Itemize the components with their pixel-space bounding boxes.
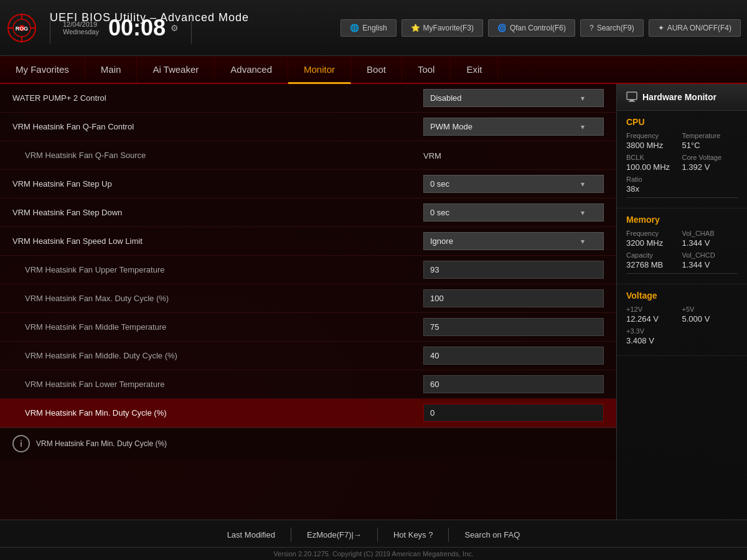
cpu-ratio-value: 38x [626, 184, 738, 194]
header-buttons: 🌐 English ⭐ MyFavorite(F3) 🌀 Qfan Contro… [341, 19, 741, 37]
aura-button[interactable]: ✦ AURA ON/OFF(F4) [649, 19, 741, 37]
mem-cap-row: Capacity 32768 MB Vol_CHCD 1.344 V [626, 251, 738, 269]
footer-buttons: Last Modified EzMode(F7)|→ Hot Keys ? Se… [0, 523, 747, 548]
setting-label: VRM Heatsink Fan Middle. Duty Cycle (%) [12, 351, 423, 360]
water-pump-dropdown[interactable]: Disabled [423, 89, 604, 107]
setting-value: 0 [423, 404, 604, 422]
volt-12-value: 12.264 V [626, 314, 682, 324]
logo-area: ROG [6, 12, 37, 44]
ezmode-label: EzMode(F7)|→ [307, 530, 362, 539]
search-button[interactable]: ? Search(F9) [580, 19, 644, 37]
min-duty-input[interactable]: 0 [423, 404, 604, 422]
qfan-control-value: PWM Mode [430, 122, 472, 131]
cpu-temp-col: Temperature 51°C [682, 132, 738, 150]
cpu-ratio-col: Ratio 38x [626, 175, 738, 194]
svg-rect-4 [627, 92, 637, 100]
cpu-freq-row: Frequency 3800 MHz Temperature 51°C [626, 132, 738, 150]
lower-temp-input[interactable]: 60 [423, 375, 604, 393]
setting-value: 93 [423, 261, 604, 279]
version-text: Version 2.20.1275. Copyright (C) 2019 Am… [0, 548, 747, 558]
nav-my-favorites[interactable]: My Favorites [0, 56, 85, 83]
volt-5-col: +5V 5.000 V [682, 306, 738, 324]
hotkeys-button[interactable]: Hot Keys ? [378, 528, 449, 542]
mem-volchcd-label: Vol_CHCD [682, 251, 738, 259]
table-row: VRM Heatsink Fan Q-Fan Source VRM [0, 141, 616, 170]
setting-label: WATER PUMP+ 2 Control [12, 93, 423, 103]
step-up-dropdown[interactable]: 0 sec [423, 175, 604, 193]
cpu-bclk-value: 100.00 MHz [626, 162, 682, 172]
aura-icon: ✦ [658, 24, 664, 32]
cpu-freq-col: Frequency 3800 MHz [626, 132, 682, 150]
setting-label: VRM Heatsink Fan Step Down [12, 208, 423, 217]
nav-tool[interactable]: Tool [402, 56, 451, 83]
mem-cap-col: Capacity 32768 MB [626, 251, 682, 269]
setting-label: VRM Heatsink Fan Q-Fan Control [12, 122, 423, 131]
volt-12-col: +12V 12.264 V [626, 306, 682, 324]
setting-value: PWM Mode [423, 118, 604, 136]
table-row: VRM Heatsink Fan Step Down 0 sec [0, 198, 616, 227]
cpu-ratio-row: Ratio 38x [626, 175, 738, 194]
memory-section: Memory Frequency 3200 MHz Vol_CHAB 1.344… [617, 208, 747, 284]
volt-5-value: 5.000 V [682, 314, 738, 324]
nav-main[interactable]: Main [85, 56, 138, 83]
table-row: VRM Heatsink Fan Q-Fan Control PWM Mode [0, 113, 616, 141]
cpu-temp-label: Temperature [682, 132, 738, 139]
setting-value: 40 [423, 347, 604, 365]
search-faq-button[interactable]: Search on FAQ [449, 528, 535, 542]
cpu-corevolt-col: Core Voltage 1.392 V [682, 154, 738, 172]
step-down-dropdown[interactable]: 0 sec [423, 203, 604, 222]
fan-icon: 🌀 [497, 24, 507, 32]
middle-temp-input[interactable]: 75 [423, 318, 604, 336]
main-panel: WATER PUMP+ 2 Control Disabled VRM Heats… [0, 84, 616, 520]
hotkeys-label: Hot Keys ? [393, 530, 433, 539]
setting-label: VRM Heatsink Fan Q-Fan Source [12, 151, 423, 160]
volt-12-label: +12V [626, 306, 682, 313]
cpu-section-title: CPU [626, 117, 738, 127]
content-area: WATER PUMP+ 2 Control Disabled VRM Heats… [0, 84, 747, 520]
svg-rect-5 [630, 100, 634, 101]
cpu-section: CPU Frequency 3800 MHz Temperature 51°C … [617, 111, 747, 208]
cpu-freq-label: Frequency [626, 132, 682, 139]
mem-freq-value: 3200 MHz [626, 238, 682, 248]
volt-5-label: +5V [682, 306, 738, 313]
nav-monitor[interactable]: Monitor [288, 56, 351, 84]
svg-rect-6 [629, 101, 635, 102]
setting-label: VRM Heatsink Fan Max. Duty Cycle (%) [12, 294, 423, 303]
mem-volchab-label: Vol_CHAB [682, 230, 738, 237]
middle-duty-input[interactable]: 40 [423, 347, 604, 365]
cpu-corevolt-label: Core Voltage [682, 154, 738, 161]
nav-advanced[interactable]: Advanced [215, 56, 288, 83]
nav-ai-tweaker[interactable]: Ai Tweaker [137, 56, 215, 83]
cpu-freq-value: 3800 MHz [626, 141, 682, 150]
max-duty-input[interactable]: 100 [423, 289, 604, 307]
language-button[interactable]: 🌐 English [341, 19, 396, 37]
ezmode-button[interactable]: EzMode(F7)|→ [291, 528, 378, 542]
myfavorite-button[interactable]: ⭐ MyFavorite(F3) [402, 19, 483, 37]
memory-section-title: Memory [626, 215, 738, 225]
table-row: VRM Heatsink Fan Speed Low Limit Ignore [0, 227, 616, 256]
nav-bar: My Favorites Main Ai Tweaker Advanced Mo… [0, 56, 747, 84]
qfan-button[interactable]: 🌀 Qfan Control(F6) [488, 19, 575, 37]
volt-33-col: +3.3V 3.408 V [626, 327, 738, 345]
mem-volchab-col: Vol_CHAB 1.344 V [682, 230, 738, 248]
search-label: Search(F9) [597, 24, 634, 32]
table-row: VRM Heatsink Fan Upper Temperature 93 [0, 256, 616, 284]
setting-value: 100 [423, 289, 604, 307]
vrm-source-value: VRM [423, 151, 441, 161]
qfan-label: Qfan Control(F6) [510, 24, 566, 32]
speed-low-limit-dropdown[interactable]: Ignore [423, 232, 604, 250]
mem-volchcd-col: Vol_CHCD 1.344 V [682, 251, 738, 269]
setting-value: 60 [423, 375, 604, 393]
speed-low-limit-value: Ignore [430, 236, 453, 246]
last-modified-button[interactable]: Last Modified [212, 528, 291, 542]
info-bar: i VRM Heatsink Fan Min. Duty Cycle (%) [0, 427, 616, 459]
setting-value: Disabled [423, 89, 604, 107]
nav-exit[interactable]: Exit [451, 56, 498, 83]
upper-temp-input[interactable]: 93 [423, 261, 604, 279]
globe-icon: 🌐 [350, 24, 359, 32]
nav-boot[interactable]: Boot [351, 56, 402, 83]
table-row: VRM Heatsink Fan Lower Temperature 60 [0, 370, 616, 399]
hw-monitor-title: Hardware Monitor [642, 92, 716, 102]
cpu-bclk-label: BCLK [626, 154, 682, 161]
qfan-control-dropdown[interactable]: PWM Mode [423, 118, 604, 136]
